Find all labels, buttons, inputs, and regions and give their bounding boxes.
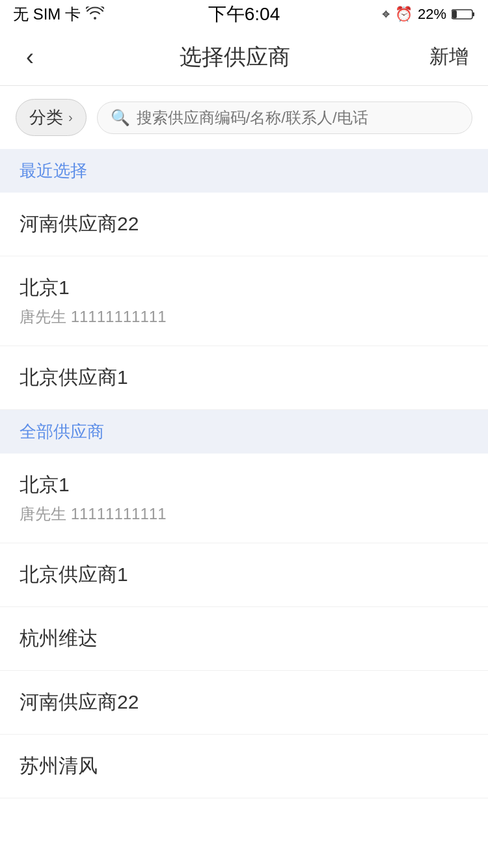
search-input[interactable]: [137, 109, 459, 127]
recent-list: 河南供应商22 北京1 唐先生 11111111111 北京供应商1: [0, 193, 488, 410]
search-icon: 🔍: [111, 109, 130, 127]
category-button[interactable]: 分类 ›: [16, 99, 87, 136]
list-item[interactable]: 杭州维达: [0, 607, 488, 671]
svg-rect-2: [472, 12, 474, 16]
location-icon: ⌖: [382, 6, 390, 23]
list-item[interactable]: 北京供应商1: [0, 346, 488, 410]
list-item[interactable]: 北京1 唐先生 11111111111: [0, 256, 488, 346]
list-item[interactable]: 河南供应商22: [0, 671, 488, 735]
all-list: 北京1 唐先生 11111111111 北京供应商1 杭州维达 河南供应商22 …: [0, 454, 488, 798]
status-bar: 无 SIM 卡 下午6:04 ⌖ ⏰ 22%: [0, 0, 488, 29]
item-name: 苏州清风: [20, 753, 468, 780]
status-right: ⌖ ⏰ 22%: [382, 6, 475, 23]
recent-section-header: 最近选择: [0, 149, 488, 193]
category-label: 分类: [29, 106, 63, 129]
filter-bar: 分类 › 🔍: [0, 86, 488, 149]
add-button[interactable]: 新增: [429, 44, 468, 70]
item-name: 北京供应商1: [20, 364, 468, 391]
item-name: 北京1: [20, 275, 468, 301]
nav-bar: ‹ 选择供应商 新增: [0, 29, 488, 86]
page-title: 选择供应商: [180, 42, 290, 72]
carrier-text: 无 SIM 卡: [13, 4, 81, 25]
alarm-icon: ⏰: [395, 6, 413, 23]
status-time: 下午6:04: [208, 2, 280, 27]
item-sub: 唐先生 11111111111: [20, 504, 468, 524]
svg-rect-1: [452, 10, 457, 18]
list-item[interactable]: 北京供应商1: [0, 543, 488, 607]
item-name: 河南供应商22: [20, 211, 468, 237]
item-name: 北京1: [20, 472, 468, 498]
back-button[interactable]: ‹: [20, 37, 40, 77]
all-section-label: 全部供应商: [20, 422, 104, 441]
list-item[interactable]: 河南供应商22: [0, 193, 488, 256]
item-sub: 唐先生 11111111111: [20, 306, 468, 327]
list-item[interactable]: 北京1 唐先生 11111111111: [0, 454, 488, 543]
item-name: 河南供应商22: [20, 689, 468, 716]
recent-section-label: 最近选择: [20, 161, 87, 180]
list-item[interactable]: 苏州清风: [0, 735, 488, 798]
chevron-right-icon: ›: [68, 110, 73, 125]
item-name: 杭州维达: [20, 625, 468, 652]
item-name: 北京供应商1: [20, 562, 468, 588]
battery-icon: [452, 8, 475, 20]
wifi-icon: [86, 5, 104, 23]
all-section-header: 全部供应商: [0, 410, 488, 454]
search-box: 🔍: [97, 102, 472, 134]
status-left: 无 SIM 卡: [13, 4, 104, 25]
battery-text: 22%: [418, 6, 446, 23]
